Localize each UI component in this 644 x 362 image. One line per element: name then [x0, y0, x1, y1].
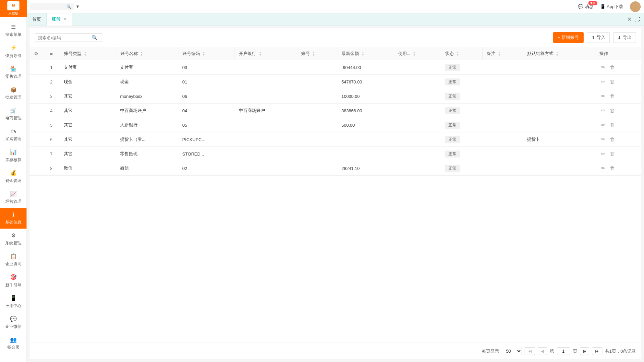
tab-maximize-btn[interactable]: ⛶ — [634, 16, 641, 23]
sidebar-icon-quick-nav: ⚡ — [10, 44, 17, 52]
sidebar-item-operations[interactable]: 📈 经营管理 — [0, 187, 26, 208]
edit-btn-3[interactable]: ✏ — [599, 107, 607, 114]
delete-btn-7[interactable]: 🗑 — [608, 165, 616, 172]
search-icon[interactable]: 🔍 — [92, 35, 97, 40]
search-input[interactable] — [38, 35, 92, 40]
row-status-4: 正常 — [441, 118, 483, 132]
th-account[interactable]: 账号 ▲▼ — [297, 47, 337, 60]
row-num-4: 5 — [43, 118, 60, 132]
delete-btn-6[interactable]: 🗑 — [608, 150, 616, 157]
user-avatar[interactable] — [630, 1, 641, 12]
row-settle-3 — [523, 104, 595, 118]
next-page-btn[interactable]: ▶ — [580, 347, 589, 355]
tab-home[interactable]: 首页 — [27, 13, 47, 25]
sidebar-icon-guide: 🎯 — [10, 274, 17, 281]
sidebar-item-search-menu[interactable]: ☰ 搜索菜单 — [0, 20, 26, 41]
sidebar-item-retail[interactable]: 🏪 零售管理 — [0, 62, 26, 82]
download-label: App下载 — [607, 4, 623, 10]
th-bank[interactable]: 开户银行 ▲▼ — [235, 47, 297, 60]
th-code[interactable]: 账号编码 ▲▼ — [178, 47, 234, 60]
row-account-3 — [297, 104, 337, 118]
topbar-dropdown[interactable]: ▼ — [75, 4, 81, 9]
sidebar-item-enterprise-wechat[interactable]: 💬 企业微信 — [0, 312, 26, 333]
row-code-3: 04 — [178, 104, 234, 118]
delete-btn-0[interactable]: 🗑 — [608, 64, 616, 71]
th-default-settle[interactable]: 默认结算方式 ▲▼ — [523, 47, 595, 60]
message-badge: 99+ — [588, 1, 597, 5]
row-account-4 — [297, 118, 337, 132]
last-page-btn[interactable]: ⏭ — [592, 347, 602, 355]
edit-btn-6[interactable]: ✏ — [599, 150, 607, 158]
row-action-0: ✏ 🗑 — [595, 60, 641, 75]
edit-btn-4[interactable]: ✏ — [599, 121, 607, 129]
delete-btn-2[interactable]: 🗑 — [608, 93, 616, 100]
tab-close-account[interactable]: ✕ — [63, 17, 66, 21]
delete-btn-5[interactable]: 🗑 — [608, 136, 616, 143]
edit-btn-5[interactable]: ✏ — [599, 136, 607, 143]
row-settings-3 — [30, 104, 43, 118]
delete-btn-1[interactable]: 🗑 — [608, 78, 616, 85]
th-settings[interactable]: ⚙ — [30, 47, 43, 60]
sort-settle-icon: ▲▼ — [556, 51, 558, 57]
sort-balance-icon: ▲▼ — [362, 51, 364, 57]
sidebar-item-members[interactable]: 👥 畅会员 — [0, 333, 26, 354]
row-status-3: 正常 — [441, 104, 483, 118]
message-icon: 💬 — [578, 4, 583, 9]
sidebar-item-quick-nav[interactable]: ⚡ 快捷导航 — [0, 41, 26, 62]
sidebar-item-guide[interactable]: 🎯 新手引导 — [0, 270, 26, 291]
table-row: 5 其它 大新银行 05 500.00 正常 ✏ 🗑 — [30, 118, 641, 132]
sidebar-item-wholesale[interactable]: 📦 批发管理 — [0, 83, 26, 104]
status-badge-6: 正常 — [445, 150, 460, 158]
row-status-1: 正常 — [441, 75, 483, 89]
dropdown-arrow-icon: ▼ — [75, 4, 80, 9]
row-settings-7 — [30, 161, 43, 176]
import-button[interactable]: ⬆ 导入 — [587, 32, 610, 43]
topbar-message[interactable]: 💬 消息 99+ — [578, 4, 593, 10]
sidebar-label-members: 畅会员 — [7, 345, 19, 350]
delete-btn-4[interactable]: 🗑 — [608, 121, 616, 128]
sidebar-icon-system: ⚙ — [11, 232, 16, 239]
topbar-search-input[interactable] — [33, 4, 66, 9]
first-page-btn[interactable]: ⏮ — [525, 347, 535, 355]
row-status-6: 正常 — [441, 147, 483, 161]
th-type[interactable]: 账号类型 ▲▼ — [60, 47, 116, 60]
export-label: 导出 — [623, 35, 632, 41]
edit-btn-1[interactable]: ✏ — [599, 78, 607, 85]
sidebar-item-inventory[interactable]: 📊 库存核算 — [0, 145, 26, 166]
sidebar-item-basic-info[interactable]: ℹ 基础信息 — [0, 208, 26, 229]
add-account-button[interactable]: + 新增账号 — [553, 32, 584, 43]
sidebar-item-app-center[interactable]: 📱 应用中心 — [0, 291, 26, 312]
th-balance[interactable]: 最新余额 ▲▼ — [337, 47, 394, 60]
delete-btn-3[interactable]: 🗑 — [608, 107, 616, 114]
tab-account[interactable]: 账号✕ — [47, 13, 72, 25]
status-badge-2: 正常 — [445, 93, 460, 100]
edit-btn-2[interactable]: ✏ — [599, 93, 607, 100]
table-row: 4 其它 中百商场账户 04 中百商场账户 383866.00 正常 ✏ 🗑 — [30, 104, 641, 118]
per-page-select[interactable]: 102050100 — [502, 347, 522, 355]
row-settle-7 — [523, 161, 595, 176]
table-row: 6 其它 提货卡（零... PICKUPC... 正常 提货卡 ✏ 🗑 — [30, 132, 641, 147]
edit-btn-0[interactable]: ✏ — [599, 64, 607, 71]
sidebar-item-purchase[interactable]: 🛍 采购管理 — [0, 124, 26, 145]
sidebar-icon-operations: 📈 — [10, 190, 17, 198]
export-button[interactable]: ⬇ 导出 — [613, 32, 636, 43]
sidebar-icon-members: 👥 — [10, 336, 17, 344]
row-type-7: 微信 — [60, 161, 116, 176]
th-usage[interactable]: 使用... ▲▼ — [394, 47, 441, 60]
prev-page-btn[interactable]: ◀ — [538, 347, 547, 355]
sidebar-item-finance[interactable]: 💰 资金管理 — [0, 166, 26, 187]
topbar-download[interactable]: 📱 App下载 — [600, 4, 623, 10]
sidebar-item-system[interactable]: ⚙ 系统管理 — [0, 229, 26, 249]
edit-btn-7[interactable]: ✏ — [599, 165, 607, 172]
row-type-0: 支付宝 — [60, 60, 116, 75]
th-remark[interactable]: 备注 ▲▼ — [482, 47, 523, 60]
sidebar-label-operations: 经营管理 — [5, 199, 21, 204]
page-number-input[interactable] — [557, 347, 570, 355]
sidebar-item-ecommerce[interactable]: 🛒 电商管理 — [0, 104, 26, 124]
th-name[interactable]: 账号名称 ▲▼ — [116, 47, 178, 60]
sidebar-item-enterprise-agreement[interactable]: 📋 企业协同 — [0, 249, 26, 270]
export-icon: ⬇ — [618, 35, 621, 40]
tab-close-btn[interactable]: ✕ — [627, 15, 632, 23]
row-usage-4 — [394, 118, 441, 132]
th-status[interactable]: 状态 ▲▼ — [441, 47, 483, 60]
